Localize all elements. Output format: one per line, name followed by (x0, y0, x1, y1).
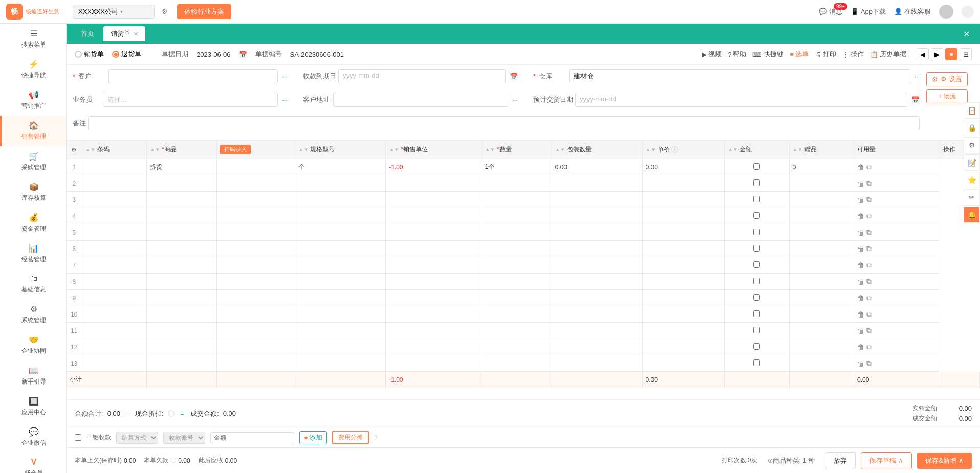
date-calendar-icon[interactable]: 📅 (239, 51, 247, 58)
warehouse-select-icon[interactable]: ··· (914, 73, 920, 80)
gift-checkbox[interactable] (753, 278, 760, 284)
warehouse-input[interactable]: 建材仓 (569, 69, 910, 83)
customer-select-icon[interactable]: ··· (282, 73, 288, 80)
gift-checkbox[interactable] (753, 196, 760, 202)
copy-row-icon[interactable]: ⧉ (866, 195, 872, 204)
company-settings-icon[interactable]: ⚙ (158, 5, 172, 19)
address-select-icon[interactable]: ··· (512, 96, 518, 104)
delete-row-icon[interactable]: 🗑 (857, 212, 864, 220)
collection-date-input[interactable]: yyyy-mm-dd (338, 69, 506, 83)
print-action[interactable]: 🖨 打印 (815, 50, 836, 59)
delete-row-icon[interactable]: 🗑 (857, 310, 864, 319)
copy-row-icon[interactable]: ⧉ (866, 294, 872, 302)
owe-info-icon[interactable]: ⓘ (170, 457, 176, 464)
tab-sales-order[interactable]: 销货单 ✕ (103, 26, 145, 41)
gift-checkbox[interactable] (753, 245, 760, 252)
spec-cell[interactable] (216, 159, 295, 175)
add-payment-button[interactable]: ● 添加 (299, 431, 327, 444)
sidebar-item-member[interactable]: V 畅会员 (0, 453, 66, 473)
delete-row-icon[interactable]: 🗑 (857, 245, 864, 253)
sidebar-item-basics[interactable]: 🗂 基础信息 (0, 269, 66, 299)
discard-button[interactable]: 放弃 (825, 452, 856, 469)
ops-action[interactable]: ⋮ 操作 (842, 50, 864, 59)
copy-row-icon[interactable]: ⧉ (866, 179, 872, 188)
sort-product-icon[interactable]: ▲▼ (150, 147, 160, 152)
select-action[interactable]: ≡ 选单 (790, 50, 809, 59)
sort-unit-icon[interactable]: ▲▼ (389, 147, 399, 152)
remark-input[interactable] (88, 116, 920, 130)
gift-checkbox[interactable] (753, 327, 760, 333)
sort-spec-icon[interactable]: ▲▼ (298, 147, 309, 152)
copy-row-icon[interactable]: ⧉ (866, 326, 872, 335)
copy-row-icon[interactable]: ⧉ (866, 277, 872, 286)
float-pencil-button[interactable]: ✏ (964, 189, 980, 206)
sidebar-item-marketing[interactable]: 📢 营销推广 (0, 85, 66, 116)
one-click-payment-checkbox[interactable] (75, 434, 81, 441)
copy-row-icon[interactable]: ⧉ (866, 343, 872, 351)
sidebar-item-purchase[interactable]: 🛒 采购管理 (0, 146, 66, 177)
sidebar-item-sales[interactable]: 🏠 销售管理 (0, 116, 66, 146)
pkg-qty-cell[interactable]: 1个 (482, 159, 552, 175)
gift-checkbox[interactable] (753, 294, 760, 301)
copy-row-icon[interactable]: ⧉ (866, 163, 872, 171)
messages-button[interactable]: 💬 消息 99+ (819, 7, 842, 16)
sort-qty-icon[interactable]: ▲▼ (485, 147, 495, 152)
grid-view-button[interactable]: ⊞ (960, 48, 972, 60)
discount-info-icon[interactable]: ⓘ (168, 409, 175, 418)
salesperson-input[interactable]: 选择... (103, 93, 278, 107)
sidebar-item-guide[interactable]: 📖 新手引导 (0, 361, 66, 391)
customer-input[interactable] (108, 69, 278, 83)
scan-button[interactable]: 扫码录入 (220, 145, 251, 154)
save-draft-button[interactable]: 保存草稿 ∧ (861, 452, 912, 469)
video-action[interactable]: ▶ 视频 (702, 50, 722, 59)
gift-checkbox[interactable] (753, 343, 760, 350)
sort-price-icon[interactable]: ▲▼ (646, 147, 656, 152)
sort-amount-icon[interactable]: ▲▼ (728, 147, 738, 152)
delete-row-icon[interactable]: 🗑 (857, 261, 864, 269)
gift-checkbox[interactable] (753, 179, 760, 186)
help-action[interactable]: ? 帮助 (728, 50, 746, 59)
close-all-tabs-button[interactable]: ✕ (963, 29, 970, 39)
delete-row-icon[interactable]: 🗑 (857, 229, 864, 237)
delete-row-icon[interactable]: 🗑 (857, 278, 864, 286)
copy-row-icon[interactable]: ⧉ (866, 359, 872, 368)
payment-method-select[interactable]: 结算方式 (116, 432, 158, 444)
unit-price-cell[interactable]: 0.00 (552, 159, 642, 175)
copy-row-icon[interactable]: ⧉ (866, 212, 872, 220)
history-action[interactable]: 📋 历史单据 (870, 50, 906, 59)
delete-row-icon[interactable]: 🗑 (857, 327, 864, 335)
shortcut-action[interactable]: ⌨ 快捷键 (752, 50, 783, 59)
float-clipboard-button[interactable]: 📋 (964, 102, 980, 119)
tab-close-icon[interactable]: ✕ (134, 31, 138, 37)
sidebar-item-quick-nav[interactable]: ⚡ 快捷导航 (0, 54, 66, 85)
sidebar-item-inventory[interactable]: 📦 库存核算 (0, 177, 66, 208)
delete-row-icon[interactable]: 🗑 (857, 196, 864, 204)
avatar-arrow[interactable] (962, 6, 974, 18)
copy-row-icon[interactable]: ⧉ (866, 261, 872, 269)
gift-cell[interactable] (725, 159, 789, 175)
sidebar-item-search[interactable]: ☰ 搜索菜单 (0, 24, 66, 54)
expense-help-icon[interactable]: ? (374, 434, 378, 441)
copy-row-icon[interactable]: ⧉ (866, 310, 872, 319)
next-record-button[interactable]: ▶ (931, 48, 943, 60)
qty-cell[interactable]: -1.00 (386, 159, 482, 175)
list-view-button[interactable]: ≡ (945, 48, 957, 60)
logistics-button[interactable]: + 物流 (926, 89, 968, 103)
sidebar-item-wechat[interactable]: 💬 企业微信 (0, 422, 66, 453)
sidebar-item-appstore[interactable]: 🔲 应用中心 (0, 391, 66, 422)
float-star-button[interactable]: ⭐ (964, 172, 980, 188)
trial-button[interactable]: 体验行业方案 (177, 4, 231, 19)
collection-date-calendar-icon[interactable]: 📅 (510, 73, 518, 80)
radio-return-order[interactable]: 退货单 (112, 50, 141, 59)
gift-checkbox[interactable] (753, 310, 760, 317)
sort-pkg-icon[interactable]: ▲▼ (555, 147, 565, 152)
delete-row-icon[interactable]: 🗑 (857, 359, 864, 368)
company-selector[interactable]: XXXXXX公司 ▾ (73, 5, 155, 19)
delete-row-icon[interactable]: 🗑 (857, 179, 864, 188)
unit-cell[interactable]: 个 (295, 159, 386, 175)
th-settings[interactable]: ⚙ (67, 141, 82, 159)
barcode-cell[interactable] (82, 159, 146, 175)
delivery-date-input[interactable]: yyyy-mm-dd (575, 93, 907, 107)
tab-home[interactable]: 首页 (73, 25, 102, 42)
copy-row-icon[interactable]: ⧉ (866, 228, 872, 237)
